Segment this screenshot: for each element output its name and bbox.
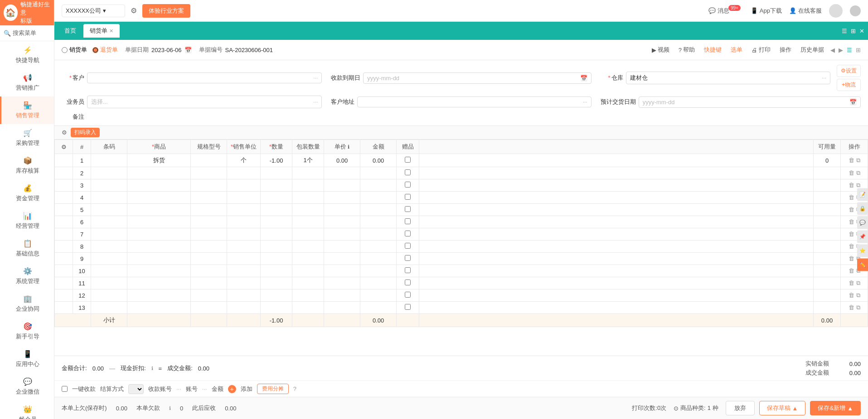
cell-unit[interactable]: 个	[227, 154, 261, 167]
copy-icon[interactable]: ⧉	[856, 157, 860, 164]
copy-icon[interactable]: ⧉	[856, 279, 860, 287]
cell-qty[interactable]	[261, 179, 292, 192]
cell-price[interactable]	[324, 253, 360, 265]
select-btn[interactable]: 选单	[728, 44, 745, 55]
sidebar-item-enterprise[interactable]: 🏢企业协同	[0, 290, 54, 318]
cell-amount[interactable]	[360, 302, 397, 314]
next-icon[interactable]: ▶	[839, 47, 843, 53]
delete-icon[interactable]: 🗑	[849, 169, 854, 177]
cell-goods[interactable]	[127, 192, 191, 204]
cell-gift[interactable]	[397, 241, 419, 253]
sidebar-item-purchase-mgmt[interactable]: 🛒采购管理	[0, 124, 54, 152]
cell-spec[interactable]	[191, 277, 227, 289]
cell-pkg[interactable]	[292, 167, 324, 179]
cell-goods[interactable]	[127, 216, 191, 228]
trial-button[interactable]: 体验行业方案	[142, 4, 190, 18]
save-new-dropdown-icon[interactable]: ▲	[847, 405, 853, 412]
cell-spec[interactable]	[191, 253, 227, 265]
cell-spec[interactable]	[191, 265, 227, 277]
cell-price[interactable]	[324, 277, 360, 289]
company-selector[interactable]: XXXXXX公司 ▾	[62, 5, 125, 17]
cell-barcode[interactable]	[91, 277, 127, 289]
expense-help-icon[interactable]: ?	[293, 385, 296, 392]
cell-amount[interactable]	[360, 228, 397, 241]
cell-amount[interactable]	[360, 241, 397, 253]
copy-icon[interactable]: ⧉	[856, 292, 860, 299]
user-avatar2[interactable]	[850, 5, 861, 16]
cell-spec[interactable]	[191, 228, 227, 241]
sidebar-item-app-center[interactable]: 📱应用中心	[0, 345, 54, 373]
warehouse-expand-icon[interactable]: ···	[822, 75, 826, 81]
cell-price[interactable]	[324, 228, 360, 241]
delete-icon[interactable]: 🗑	[849, 243, 854, 250]
discard-button[interactable]: 放弃	[726, 401, 755, 415]
cell-pkg[interactable]	[292, 216, 324, 228]
cell-price[interactable]	[324, 192, 360, 204]
list-view-icon[interactable]: ☰	[847, 47, 852, 53]
cell-spec[interactable]	[191, 289, 227, 302]
cell-qty[interactable]	[261, 302, 292, 314]
cell-goods[interactable]	[127, 253, 191, 265]
th-settings[interactable]: ⚙	[55, 140, 73, 154]
right-btn-3[interactable]: 💬	[857, 216, 868, 229]
history-btn[interactable]: 历史单据	[798, 44, 827, 55]
radio-return[interactable]: 退货单	[92, 46, 118, 54]
cell-spec[interactable]	[191, 302, 227, 314]
cell-price[interactable]	[324, 167, 360, 179]
cell-price[interactable]	[324, 216, 360, 228]
cell-amount[interactable]: 0.00	[360, 154, 397, 167]
copy-icon[interactable]: ⧉	[856, 169, 860, 177]
due-date-input[interactable]: yyyy-mm-dd 📅	[363, 72, 591, 84]
remark-input[interactable]	[87, 114, 861, 120]
add-payment-button[interactable]: +	[228, 385, 236, 393]
cell-gift[interactable]	[397, 265, 419, 277]
calendar-icon[interactable]: 📅	[184, 47, 192, 53]
expected-date-input[interactable]: yyyy-mm-dd 📅	[639, 96, 861, 108]
cell-unit[interactable]	[227, 192, 261, 204]
cell-gift[interactable]	[397, 253, 419, 265]
cell-amount[interactable]	[360, 179, 397, 192]
delete-icon[interactable]: 🗑	[849, 255, 854, 262]
prev-icon[interactable]: ◀	[830, 47, 835, 53]
cell-spec[interactable]	[191, 179, 227, 192]
cell-gift[interactable]	[397, 216, 419, 228]
cell-pkg[interactable]	[292, 277, 324, 289]
cell-unit[interactable]	[227, 216, 261, 228]
cell-unit[interactable]	[227, 265, 261, 277]
salesperson-input[interactable]: 选择... ···	[87, 96, 322, 108]
right-btn-1[interactable]: 📝	[857, 188, 868, 201]
cell-gift[interactable]	[397, 277, 419, 289]
scan-button[interactable]: 扫码录入	[71, 128, 100, 137]
cell-goods[interactable]	[127, 204, 191, 216]
tab-list-icon[interactable]: ☰	[842, 28, 847, 34]
cell-price[interactable]	[324, 289, 360, 302]
cell-unit[interactable]	[227, 277, 261, 289]
message-item[interactable]: 💬 消息 99+	[708, 7, 743, 15]
delete-icon[interactable]: 🗑	[849, 206, 854, 213]
delete-icon[interactable]: 🗑	[849, 279, 854, 287]
cell-pkg[interactable]	[292, 253, 324, 265]
cell-pkg[interactable]: 1个	[292, 154, 324, 167]
delete-icon[interactable]: 🗑	[849, 218, 854, 226]
cell-amount[interactable]	[360, 167, 397, 179]
delete-icon[interactable]: 🗑	[849, 267, 854, 275]
cell-unit[interactable]	[227, 167, 261, 179]
cell-qty[interactable]	[261, 192, 292, 204]
cell-unit[interactable]	[227, 289, 261, 302]
customer-expand-icon[interactable]: ···	[313, 75, 318, 81]
online-service-item[interactable]: 👤 在线客服	[789, 7, 822, 15]
sidebar-item-basic-info[interactable]: 📋基础信息	[0, 235, 54, 262]
warehouse-input[interactable]: 建材仓 ···	[626, 72, 830, 84]
cell-gift[interactable]	[397, 204, 419, 216]
cell-goods[interactable]	[127, 228, 191, 241]
cell-unit[interactable]	[227, 228, 261, 241]
cell-price[interactable]: 0.00	[324, 154, 360, 167]
cell-amount[interactable]	[360, 192, 397, 204]
print-btn[interactable]: 🖨 打印	[749, 44, 773, 55]
cell-barcode[interactable]	[91, 302, 127, 314]
tab-sales-order[interactable]: 销货单 ✕	[83, 24, 120, 38]
cell-unit[interactable]	[227, 302, 261, 314]
cell-goods[interactable]	[127, 302, 191, 314]
cell-unit[interactable]	[227, 241, 261, 253]
topbar-settings-icon[interactable]: ⚙	[131, 6, 137, 15]
